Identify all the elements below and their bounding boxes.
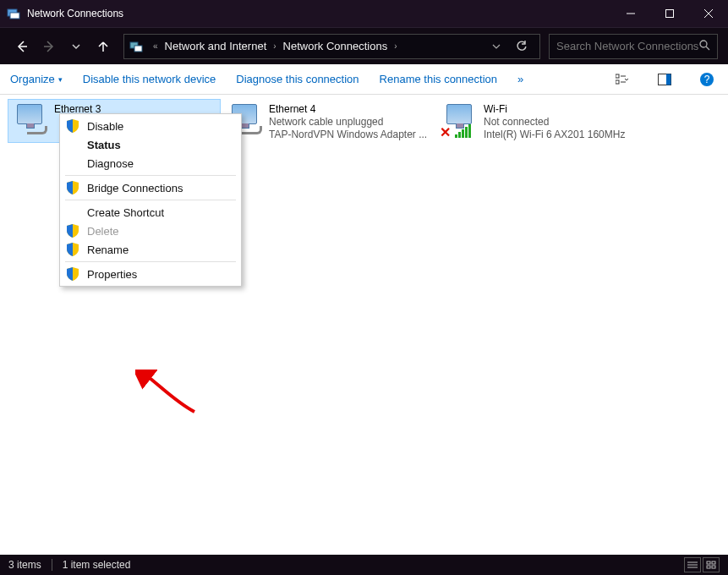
svg-rect-3 [666,10,674,18]
svg-rect-26 [712,566,715,568]
disconnected-icon: ✕ [440,124,451,140]
context-diagnose[interactable]: Diagnose [62,154,239,172]
address-icon [129,40,145,53]
close-button[interactable] [689,0,728,27]
window-titlebar: Network Connections [0,0,728,27]
rename-connection-link[interactable]: Rename this connection [380,73,497,85]
svg-text:?: ? [704,74,710,85]
address-dropdown-button[interactable] [484,42,509,51]
svg-rect-23 [707,561,710,564]
organize-menu[interactable]: Organize [10,73,63,85]
status-divider [52,559,52,571]
context-rename-label: Rename [87,244,129,256]
context-separator [65,175,236,176]
chevron-right-icon: › [270,41,279,51]
refresh-button[interactable] [509,41,534,52]
shield-icon [67,243,79,256]
command-bar: Organize Disable this network device Dia… [0,64,728,95]
up-button[interactable] [91,35,115,58]
icons-view-button[interactable] [703,557,720,572]
adapter-ethernet4[interactable]: ✕ Ethernet 4 Network cable unplugged TAP… [223,100,435,142]
context-menu: Disable Status Diagnose Bridge Connectio… [59,113,242,287]
context-separator [65,200,236,200]
svg-point-10 [700,41,707,47]
breadcrumb-prefix: « [150,41,161,51]
context-bridge[interactable]: Bridge Connections [62,178,239,197]
shield-icon [67,119,79,133]
context-properties[interactable]: Properties [62,265,239,283]
adapter-status: Network cable unplugged [269,116,433,129]
svg-rect-17 [666,74,671,85]
search-box[interactable] [549,34,718,59]
adapter-device: Intel(R) Wi-Fi 6 AX201 160MHz [484,129,648,141]
svg-rect-12 [616,74,619,78]
shield-icon [67,181,79,194]
context-properties-label: Properties [87,268,137,281]
address-bar[interactable]: « Network and Internet › Network Connect… [123,34,540,59]
breadcrumb-network-connections[interactable]: Network Connections [280,40,391,52]
shield-icon [67,224,79,238]
context-status[interactable]: Status [62,135,239,154]
adapter-wifi[interactable]: ✕ Wi-Fi Not connected Intel(R) Wi-Fi 6 A… [438,100,649,142]
status-selection: 1 item selected [63,559,141,571]
disable-device-link[interactable]: Disable this network device [83,73,216,85]
context-status-label: Status [87,139,121,151]
details-view-button[interactable] [684,557,701,572]
context-shortcut-label: Create Shortcut [87,206,164,219]
view-options-button[interactable] [611,68,633,90]
search-input[interactable] [556,40,699,52]
adapter-status: Not connected [484,116,648,129]
context-delete-label: Delete [87,225,119,238]
svg-rect-13 [616,80,619,84]
chevron-right-icon: › [391,41,400,51]
svg-rect-1 [10,13,19,19]
shield-icon [67,267,79,281]
forward-button[interactable] [37,35,61,58]
diagnose-connection-link[interactable]: Diagnose this connection [236,73,359,85]
context-delete: Delete [62,222,239,240]
search-icon [699,40,710,53]
window-title: Network Connections [27,8,611,19]
annotation-arrow [135,370,203,424]
context-separator [65,261,236,262]
context-diagnose-label: Diagnose [87,157,134,170]
breadcrumb-network-internet[interactable]: Network and Internet [161,40,271,52]
context-rename[interactable]: Rename [62,240,239,259]
context-bridge-label: Bridge Connections [87,182,183,194]
window-icon [7,7,20,20]
adapter-icon [10,102,54,140]
minimize-button[interactable] [611,0,650,27]
context-shortcut[interactable]: Create Shortcut [62,203,239,222]
adapter-device: TAP-NordVPN Windows Adapter ... [269,129,433,141]
svg-line-11 [706,47,709,50]
status-item-count: 3 items [8,559,52,571]
help-button[interactable]: ? [696,68,718,90]
nav-toolbar: « Network and Internet › Network Connect… [0,27,728,64]
svg-rect-9 [134,46,142,52]
context-disable-label: Disable [87,120,123,133]
maximize-button[interactable] [650,0,689,27]
content-area: Ethernet 3 ✕ Ethernet 4 Network cable un… [0,95,728,555]
adapter-name: Ethernet 4 [269,103,433,116]
status-bar: 3 items 1 item selected [0,555,728,575]
adapter-name: Wi-Fi [484,103,648,116]
overflow-menu[interactable]: » [517,73,523,85]
svg-rect-25 [707,566,710,568]
adapter-icon: ✕ [440,102,484,140]
context-disable[interactable]: Disable [62,117,239,135]
back-button[interactable] [10,35,34,58]
wifi-signal-icon [455,124,471,138]
recent-locations-button[interactable] [64,35,88,58]
svg-rect-24 [712,561,715,564]
preview-pane-button[interactable] [654,68,676,90]
